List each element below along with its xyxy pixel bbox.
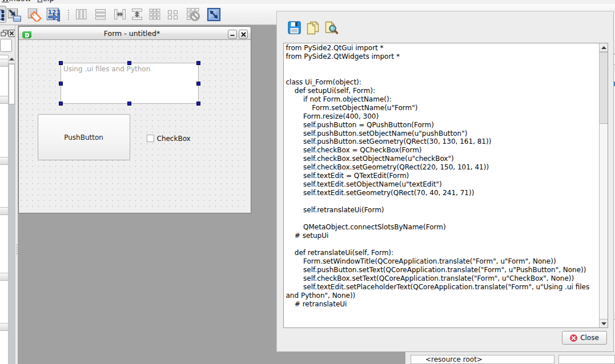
widgetbox-category[interactable] [0,96,8,104]
code-line: self.checkBox.setText(QCoreApplication.t… [286,274,590,283]
resource-root-label: <resource root> [425,355,483,363]
selection-handle[interactable] [59,82,63,86]
code-line: def retranslateUi(self, Form): [286,249,590,257]
code-line: self.checkBox.setGeometry(QRect(220, 150… [286,163,590,172]
toolbar-separator [68,9,69,20]
code-line: Form.setWindowTitle(QCoreApplication.tra… [286,257,590,266]
widgetbox-category[interactable] [0,273,8,281]
selection-handle[interactable] [127,102,131,106]
code-line: self.retranslateUi(Form) [286,206,590,215]
code-preview-dialog: from PySide2.QtGui import *from PySide2.… [276,11,614,352]
widgetbox-scrollbar[interactable] [8,55,15,364]
lay-out-horizontally-in-splitter-button[interactable] [111,6,128,23]
widgetbox-category[interactable] [0,59,8,67]
form-canvas[interactable]: Using .ui files and Python PushButton Ch… [19,41,251,213]
code-line [286,197,590,206]
selection-handle[interactable] [59,61,63,65]
widgetbox-filter-input[interactable] [0,39,12,52]
code-line: and Python", None)) [286,292,590,300]
selection-handle[interactable] [127,61,131,65]
bottom-dock-area: <resource root> [405,352,615,364]
code-line: from PySide2.QtGui import * [286,44,590,52]
widgetbox-scrollbar-thumb[interactable] [9,64,15,104]
resource-browser[interactable]: <resource root> [411,355,554,364]
designer-form-icon [22,30,32,41]
lay-out-in-a-grid-button[interactable] [146,6,163,23]
lay-out-vertically-button[interactable] [92,6,109,23]
lay-out-horizontally-button[interactable] [73,6,90,23]
scroll-down-icon[interactable] [600,319,608,327]
textedit-placeholder: Using .ui files and Python [63,65,150,73]
menubar: Window Help [0,0,615,4]
break-layout-button[interactable] [184,6,202,23]
scroll-up-icon[interactable] [600,43,608,52]
code-line: QMetaObject.connectSlotsByName(Form) [286,223,590,232]
code-text: from PySide2.QtGui import *from PySide2.… [286,44,590,309]
copy-icon[interactable] [306,21,320,35]
scroll-up-icon[interactable] [9,55,15,64]
widgetbox-right-border [15,25,15,364]
code-line: self.checkBox.setObjectName(u"checkBox") [286,155,590,163]
code-line [286,61,590,70]
code-line: self.textEdit = QTextEdit(Form) [286,172,590,180]
adjust-size-button[interactable] [205,6,222,23]
edit-buddies-button[interactable] [26,6,43,23]
code-line: self.textEdit.setObjectName(u"textEdit") [286,180,590,189]
checkbox-widget[interactable]: CheckBox [147,135,191,143]
code-line: # retranslateUi [286,300,590,309]
edit-signals-slots-button[interactable] [5,6,22,23]
code-line: def setupUi(self, Form): [286,87,590,95]
code-line: self.pushButton.setObjectName(u"pushButt… [286,130,590,138]
code-line [286,240,590,249]
save-icon[interactable] [288,21,302,35]
dock-float-icon[interactable] [1,29,8,36]
code-line: self.pushButton = QPushButton(Form) [286,121,590,130]
code-scrollbar-thumb[interactable] [600,52,608,124]
lay-out-in-a-form-layout-button[interactable] [164,6,182,23]
menu-help[interactable]: Help [37,0,54,2]
checkbox-label: CheckBox [157,135,191,143]
checkbox-indicator[interactable] [147,135,154,142]
code-line: from PySide2.QtWidgets import * [286,52,590,61]
selection-handle[interactable] [196,102,200,106]
code-line: self.textEdit.setPlaceholderText(QCoreAp… [286,283,590,292]
bottom-panel [558,355,615,364]
pushbutton-label: PushButton [64,134,103,141]
selection-handle[interactable] [59,102,63,106]
code-line: # setupUi [286,232,590,240]
selection-handle[interactable] [196,61,200,65]
widgetbox-category[interactable] [0,323,8,331]
form-window-titlebar[interactable]: Form - untitled* [19,27,251,40]
widgetbox-category[interactable] [0,157,8,165]
code-line: self.pushButton.setText(QCoreApplication… [286,266,590,274]
code-line: self.textEdit.setGeometry(QRect(70, 40, … [286,189,590,197]
code-line: class Ui_Form(object): [286,78,590,87]
textedit-widget[interactable]: Using .ui files and Python [61,63,199,104]
code-line: Form.setObjectName(u"Form") [286,104,590,112]
pushbutton-widget[interactable]: PushButton [38,114,130,160]
widget-box-dock [0,25,18,364]
lay-out-vertically-in-splitter-button[interactable] [128,6,146,23]
form-window: Form - untitled* Using .ui files and Pyt… [18,26,251,213]
code-line [286,70,590,78]
code-line: self.checkBox = QCheckBox(Form) [286,146,590,155]
edit-tab-order-button[interactable]: 123 [45,6,62,23]
widgetbox-category[interactable] [0,207,8,215]
code-scrollbar[interactable] [599,43,608,327]
close-button[interactable]: Close [562,331,607,345]
window-close-button[interactable] [239,30,248,39]
menu-window[interactable]: Window [2,0,31,2]
form-window-title: Form - untitled* [16,29,248,38]
code-text-area[interactable]: from PySide2.QtGui import *from PySide2.… [283,43,608,328]
close-button-label: Close [580,334,599,342]
code-line [286,215,590,223]
find-icon[interactable] [325,21,339,35]
code-line: if not Form.objectName(): [286,95,590,104]
code-line: self.pushButton.setGeometry(QRect(30, 13… [286,137,590,146]
widgetbox-list[interactable] [0,55,8,364]
close-x-icon [570,334,577,342]
window-minimize-button[interactable] [228,30,237,39]
selection-handle[interactable] [196,82,200,86]
code-line: Form.resize(400, 300) [286,112,590,121]
